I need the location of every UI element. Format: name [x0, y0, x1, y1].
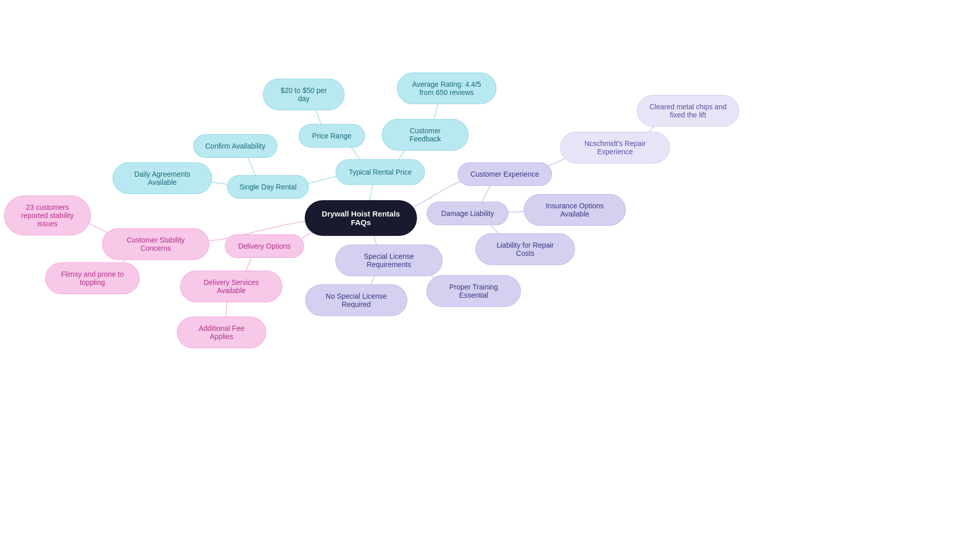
node-price_range: Price Range: [299, 124, 365, 148]
node-price_value: $20 to $50 per day: [263, 79, 345, 110]
node-no_license: No Special License Required: [305, 284, 407, 316]
node-center: Drywall Hoist Rentals FAQs: [305, 200, 417, 236]
node-single_day_rental: Single Day Rental: [227, 175, 309, 199]
node-proper_training: Proper Training Essential: [427, 275, 521, 307]
node-special_license: Special License Requirements: [335, 245, 443, 276]
node-additional_fee: Additional Fee Applies: [177, 317, 266, 348]
node-insurance_options: Insurance Options Available: [524, 194, 626, 226]
node-customer_stability: Customer Stability Concerns: [102, 228, 209, 260]
node-ncschmidt: Ncschmidt's Repair Experience: [560, 132, 670, 163]
node-delivery_services: Delivery Services Available: [180, 271, 282, 302]
node-liability_repair: Liability for Repair Costs: [476, 233, 575, 265]
node-confirm_availability: Confirm Availability: [193, 134, 278, 158]
node-cleared_chips: Cleared metal chips and fixed the lift: [637, 95, 739, 127]
node-flimsy: Flimsy and prone to toppling: [45, 262, 140, 294]
mindmap-container: Drywall Hoist Rentals FAQsTypical Rental…: [0, 0, 980, 553]
node-customer_experience: Customer Experience: [458, 162, 552, 186]
node-delivery_options: Delivery Options: [225, 234, 304, 258]
node-damage_liability: Damage Liability: [427, 202, 508, 225]
node-customer_feedback: Customer Feedback: [382, 119, 469, 151]
node-avg_rating: Average Rating: 4.4/5 from 650 reviews: [397, 73, 497, 104]
node-typical_rental_price: Typical Rental Price: [336, 159, 425, 185]
node-stability_issues: 23 customers reported stability issues: [4, 196, 91, 235]
node-daily_agreements: Daily Agreements Available: [113, 162, 212, 194]
